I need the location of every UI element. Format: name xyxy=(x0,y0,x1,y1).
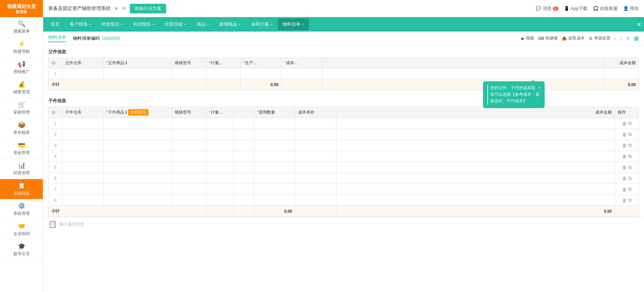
child-row-1-warehouse[interactable] xyxy=(62,118,103,129)
nav-tab-2[interactable]: 经营情况× xyxy=(97,19,127,30)
nav-tab-5[interactable]: 商品× xyxy=(192,19,214,30)
child-row-3-spec[interactable] xyxy=(172,140,206,151)
child-row-5-unitcost[interactable] xyxy=(295,162,336,173)
sidebar-item-8[interactable]: 📋基础信息 xyxy=(0,179,43,199)
shortcut-action[interactable]: ⌨ 快捷键 xyxy=(538,35,558,41)
child-copy-icon-6[interactable]: ⧉ xyxy=(628,175,632,181)
nav-tab-close-5[interactable]: × xyxy=(207,22,209,26)
child-row-5-product[interactable] xyxy=(103,162,172,173)
note-icon[interactable]: 📋 xyxy=(48,220,57,228)
child-row-4-warehouse[interactable] xyxy=(62,151,103,162)
nav-tab-6[interactable]: 新增商品× xyxy=(214,19,245,30)
child-th-settings[interactable]: ⚙ xyxy=(49,107,62,118)
child-delete-icon-1[interactable]: 🗑 xyxy=(622,121,627,126)
child-row-8-need[interactable] xyxy=(254,195,295,206)
more-icon[interactable]: ▦ xyxy=(634,35,639,42)
system-dropdown-icon[interactable]: ▼ xyxy=(114,6,119,11)
child-row-5-need[interactable] xyxy=(254,162,295,173)
child-row-8-warehouse[interactable] xyxy=(62,195,103,206)
child-row-4-product[interactable] xyxy=(103,151,172,162)
grid-view-icon[interactable]: ≡ xyxy=(627,35,630,42)
parent-row-1-qty[interactable] xyxy=(206,68,240,79)
child-copy-icon-7[interactable]: ⧉ xyxy=(628,186,632,192)
child-delete-icon-2[interactable]: 🗑 xyxy=(622,132,627,137)
child-row-2-warehouse[interactable] xyxy=(62,129,103,140)
child-row-8-unitcost[interactable] xyxy=(295,195,336,206)
child-row-4-need[interactable] xyxy=(254,151,295,162)
parent-row-1-cost[interactable] xyxy=(282,68,323,79)
sidebar-item-4[interactable]: 🛒采购管理 xyxy=(0,98,43,118)
child-row-3-qty[interactable] xyxy=(206,140,234,151)
child-row-2-spec[interactable] xyxy=(172,129,206,140)
video-action[interactable]: ▶ 视频 xyxy=(521,35,534,41)
settings-icon[interactable]: ⚙ xyxy=(122,6,126,11)
nav-tab-4[interactable]: 经营历程× xyxy=(160,19,191,30)
nav-tab-close-8[interactable]: × xyxy=(302,22,304,26)
child-row-8-spec[interactable] xyxy=(172,195,206,206)
child-row-7-spec[interactable] xyxy=(172,184,206,195)
child-copy-icon-4[interactable]: ⧉ xyxy=(628,153,632,159)
sidebar-item-1[interactable]: ⚡快捷导航 xyxy=(0,37,43,58)
child-row-1-product[interactable] xyxy=(103,118,172,129)
sidebar-item-3[interactable]: 💰销售管理 xyxy=(0,78,43,98)
sub-tab-list[interactable]: 物料清单 xyxy=(48,34,66,42)
child-copy-icon-8[interactable]: ⧉ xyxy=(628,197,632,203)
child-row-6-product[interactable] xyxy=(103,173,172,184)
child-delete-icon-6[interactable]: 🗑 xyxy=(622,176,627,181)
child-copy-icon-1[interactable]: ⧉ xyxy=(628,120,632,126)
child-copy-icon-2[interactable]: ⧉ xyxy=(628,131,632,137)
child-delete-icon-7[interactable]: 🗑 xyxy=(622,187,627,192)
note-placeholder[interactable]: 输入备注信息 xyxy=(60,221,84,227)
child-row-2-need[interactable] xyxy=(254,129,295,140)
child-delete-icon-4[interactable]: 🗑 xyxy=(622,154,627,159)
child-row-1-need[interactable] xyxy=(254,118,295,129)
child-row-7-product[interactable] xyxy=(103,184,172,195)
child-row-2-product[interactable] xyxy=(103,129,172,140)
child-delete-icon-3[interactable]: 🗑 xyxy=(622,143,627,148)
child-copy-icon-3[interactable]: ⧉ xyxy=(628,142,632,148)
nav-tab-0[interactable]: 首页 xyxy=(46,19,64,30)
child-delete-icon-5[interactable]: 🗑 xyxy=(622,165,627,170)
child-row-7-need[interactable] xyxy=(254,184,295,195)
child-row-8-product[interactable] xyxy=(103,195,172,206)
child-row-1-qty[interactable] xyxy=(206,118,234,129)
parent-row-1-product[interactable] xyxy=(103,68,172,79)
nav-tab-1[interactable]: 客户联络× xyxy=(65,19,96,30)
child-row-6-unitcost[interactable] xyxy=(295,173,336,184)
nav-tab-8[interactable]: 物料清单× xyxy=(278,19,309,30)
child-row-4-qty[interactable] xyxy=(206,151,234,162)
user-item[interactable]: 👤 用友 xyxy=(623,5,639,12)
child-row-7-qty[interactable] xyxy=(206,184,234,195)
nav-tab-close-6[interactable]: × xyxy=(238,22,240,26)
nav-tab-close-7[interactable]: × xyxy=(270,22,272,26)
sidebar-item-11[interactable]: 🎓新手引导 xyxy=(0,240,43,260)
child-row-5-qty[interactable] xyxy=(206,162,234,173)
child-row-3-product[interactable] xyxy=(103,140,172,151)
child-row-2-unitcost[interactable] xyxy=(295,129,336,140)
nav-tab-3[interactable]: 利润报告× xyxy=(128,19,159,30)
nav-tab-close-3[interactable]: × xyxy=(152,22,154,26)
child-row-3-unitcost[interactable] xyxy=(295,140,336,151)
child-delete-icon-8[interactable]: 🗑 xyxy=(622,198,627,203)
child-row-3-need[interactable] xyxy=(254,140,295,151)
message-item[interactable]: 💬 消息 6 xyxy=(536,5,558,12)
sidebar-item-9[interactable]: ⚙️系统管理 xyxy=(0,199,43,220)
child-row-3-warehouse[interactable] xyxy=(62,140,103,151)
child-row-6-need[interactable] xyxy=(254,173,295,184)
child-row-4-unitcost[interactable] xyxy=(295,151,336,162)
child-row-5-warehouse[interactable] xyxy=(62,162,103,173)
child-row-1-unitcost[interactable] xyxy=(295,118,336,129)
nav-tab-close-2[interactable]: × xyxy=(121,22,123,26)
nav-prev-btn[interactable]: ‹ xyxy=(615,35,616,42)
app-download-item[interactable]: 📱 App下载 xyxy=(564,5,587,12)
online-service-item[interactable]: 🎧 在线客服 xyxy=(593,5,618,12)
child-row-8-qty[interactable] xyxy=(206,195,234,206)
sidebar-item-5[interactable]: 📦库存核算 xyxy=(0,118,43,139)
scan-button[interactable]: 扫码录入 xyxy=(128,109,149,116)
child-row-4-spec[interactable] xyxy=(172,151,206,162)
nav-next-btn[interactable]: › xyxy=(620,35,622,42)
global-close-icon[interactable]: ✕ xyxy=(637,21,641,28)
nav-tab-close-1[interactable]: × xyxy=(89,22,91,26)
parent-row-1-warehouse[interactable] xyxy=(62,68,103,79)
child-row-6-spec[interactable] xyxy=(172,173,206,184)
